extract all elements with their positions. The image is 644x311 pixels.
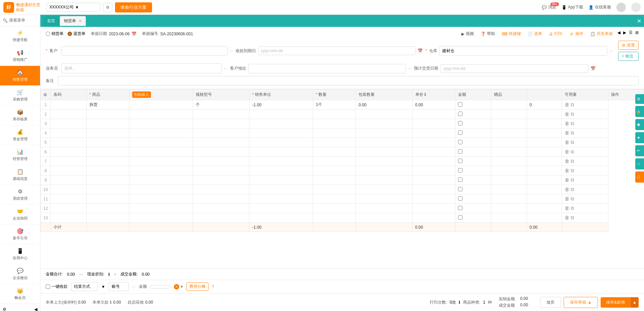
copy-icon[interactable]: ⧉	[571, 187, 574, 192]
save-new-button[interactable]: 保存&新增	[601, 297, 630, 308]
copy-icon[interactable]: ⧉	[571, 205, 574, 211]
avatar[interactable]	[616, 3, 626, 12]
expense-split-button[interactable]: 费用分摊	[186, 282, 209, 291]
row-1-unit-price[interactable]: 0.00	[356, 100, 412, 110]
copy-icon[interactable]: ⧉	[571, 196, 574, 202]
row-1-quantity[interactable]: -1.00	[250, 100, 313, 110]
message-button[interactable]: 💬 消息 99+	[542, 4, 556, 10]
sidebar-collapse-icon[interactable]: ◀	[34, 307, 37, 311]
nav-prev-icon[interactable]: ◀	[617, 30, 620, 37]
expense-help-icon[interactable]: ?	[212, 284, 214, 289]
save-new-dropdown-button[interactable]: ▲	[630, 297, 639, 308]
nav-next-icon[interactable]: ▶	[623, 30, 626, 37]
float-star-button[interactable]: ★	[635, 132, 644, 143]
delete-icon[interactable]: 🗑	[565, 149, 569, 155]
print-button[interactable]: 🖨打印	[547, 30, 564, 37]
float-view-button[interactable]: ◉	[635, 119, 644, 130]
float-bookmark-button[interactable]: ☆	[635, 158, 644, 169]
account-dots[interactable]: ···	[132, 284, 136, 289]
row-1-barcode[interactable]	[51, 100, 86, 110]
delete-icon[interactable]: 🗑	[565, 196, 569, 202]
trial-button[interactable]: 体验行业方案	[115, 2, 152, 12]
view-list-icon[interactable]: ☰	[629, 30, 633, 37]
float-lock-button[interactable]: 🔒	[635, 106, 644, 117]
row-1-gift[interactable]	[455, 100, 491, 110]
delete-icon[interactable]: 🗑	[565, 187, 569, 192]
delete-icon[interactable]: 🗑	[565, 130, 569, 136]
sidebar-search[interactable]: 🔍 搜索菜单	[0, 15, 40, 26]
sidebar-item-appstore[interactable]: 📱 应用中心	[0, 244, 40, 264]
sidebar-item-marketing[interactable]: 📢 营销推广	[0, 46, 40, 66]
online-service-button[interactable]: 👤 在线客服	[589, 4, 611, 10]
row-1-pack-qty[interactable]: 1个	[313, 100, 356, 110]
row-1-spec[interactable]	[129, 100, 193, 110]
copy-icon[interactable]: ⧉	[571, 149, 574, 155]
sidebar-item-enterprise[interactable]: 🤝 企业协同	[0, 205, 40, 225]
radio-return-order[interactable]: 退货单	[68, 31, 85, 37]
copy-icon[interactable]: ⧉	[571, 140, 574, 145]
add-payment-button[interactable]: + +	[174, 284, 183, 289]
row-1-unit[interactable]: 个	[193, 100, 249, 110]
delete-icon[interactable]: 🗑	[565, 168, 569, 173]
salesperson-dots[interactable]: ···	[224, 66, 227, 71]
address-dots[interactable]: ···	[408, 66, 411, 71]
row-1-remark[interactable]	[491, 100, 527, 110]
delete-icon[interactable]: 🗑	[565, 215, 569, 221]
sidebar-item-wechat[interactable]: 💬 企业微信	[0, 264, 40, 284]
copy-icon[interactable]: ⧉	[571, 215, 574, 221]
note-input[interactable]	[58, 76, 639, 85]
customer-input[interactable]	[62, 46, 228, 55]
warehouse-dots[interactable]: ···	[609, 48, 613, 53]
sidebar-item-member[interactable]: 👑 畅会员	[0, 284, 40, 304]
copy-icon[interactable]: ⧉	[571, 121, 574, 126]
abandon-button[interactable]: 放弃	[540, 297, 561, 308]
payment-date-input[interactable]: yyyy-mm-dd	[258, 46, 416, 55]
copy-icon[interactable]: ⧉	[571, 168, 574, 173]
settlement-method-select[interactable]: 结算方式	[71, 282, 98, 291]
account-select[interactable]: 账号	[109, 282, 129, 291]
video-button[interactable]: ▶视频	[459, 30, 476, 37]
row-1-amount[interactable]: 0.00	[412, 100, 455, 110]
salesperson-input[interactable]: 选择...	[61, 64, 222, 73]
user-menu[interactable]	[631, 3, 641, 12]
delete-icon[interactable]: 🗑	[565, 140, 569, 145]
logistics-button[interactable]: + 物流	[618, 52, 639, 61]
expected-date-input[interactable]: yyyy-mm-dd	[440, 64, 589, 73]
row-1-delete-icon[interactable]: 🗑	[565, 102, 569, 108]
calendar-icon[interactable]: 📅	[131, 32, 137, 36]
row-1-copy-icon[interactable]: ⧉	[571, 102, 574, 108]
choose-order-button[interactable]: 📄选单	[526, 30, 544, 37]
delete-icon[interactable]: 🗑	[565, 158, 569, 164]
col-scan[interactable]: 扫码录入	[129, 89, 193, 100]
col-settings[interactable]: ⚙	[41, 89, 51, 100]
delete-icon[interactable]: 🗑	[565, 205, 569, 211]
copy-icon[interactable]: ⧉	[571, 177, 574, 183]
float-edit-button[interactable]: Itl	[635, 94, 644, 104]
window-close-button[interactable]: ✕	[637, 18, 641, 24]
customer-address-input[interactable]	[248, 64, 406, 73]
warehouse-input[interactable]: 建材仓	[439, 46, 607, 56]
delete-icon[interactable]: 🗑	[565, 121, 569, 126]
sidebar-item-finance[interactable]: 💰 资金管理	[0, 125, 40, 145]
tab-home[interactable]: 首页	[43, 16, 59, 26]
one-click-payment-checkbox[interactable]: 一键收款	[46, 284, 68, 289]
radio-sales-order[interactable]: 销货单	[46, 31, 64, 37]
tab-sales-order[interactable]: 销货单 ✕	[60, 16, 86, 26]
sidebar-item-sales[interactable]: 🏠 销售管理	[0, 66, 40, 86]
help-button[interactable]: ❓帮助	[479, 30, 497, 37]
copy-icon[interactable]: ⧉	[571, 111, 574, 117]
settlement-dropdown-icon[interactable]: ▼	[101, 284, 105, 289]
settings-icon[interactable]: ⚙	[103, 3, 112, 12]
company-select[interactable]: XXXXXX公司 ▼	[46, 3, 100, 12]
delete-icon[interactable]: 🗑	[565, 177, 569, 183]
sidebar-item-system[interactable]: ⚙ 系统管理	[0, 185, 40, 205]
expected-date-calendar-icon[interactable]: 📅	[591, 66, 596, 71]
scan-button[interactable]: 扫码录入	[132, 91, 151, 98]
delete-icon[interactable]: 🗑	[565, 111, 569, 117]
operation-button[interactable]: ⚡操作	[567, 30, 585, 37]
settings-button[interactable]: ⚙ 设置	[618, 41, 639, 50]
sidebar-item-basic[interactable]: 📋 基础信息	[0, 165, 40, 185]
shortcut-button[interactable]: ⌨快捷键	[500, 30, 523, 37]
payment-date-calendar-icon[interactable]: 📅	[418, 48, 423, 53]
tab-close-icon[interactable]: ✕	[79, 19, 82, 23]
